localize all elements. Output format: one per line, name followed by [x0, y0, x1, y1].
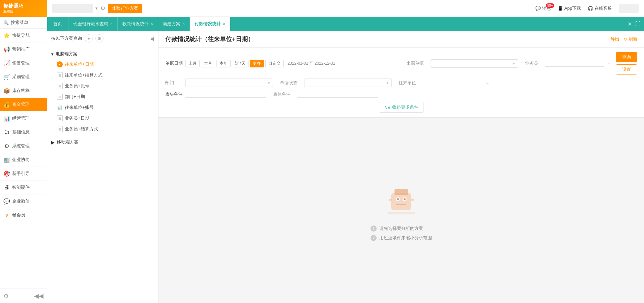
- scheme-item-salesman-settle[interactable]: ⊞ 业务员+结算方式: [47, 124, 158, 134]
- collapse-more-btn[interactable]: ∧∧ 收起更多条件: [379, 102, 423, 113]
- tab-home[interactable]: 首页: [47, 17, 68, 31]
- receipt-status-arrow-icon: ▾: [386, 80, 389, 85]
- sidebar-item-vip[interactable]: V 畅会员: [0, 208, 47, 222]
- topbar-gear-icon[interactable]: ⚙: [100, 5, 105, 11]
- empty-tip-1: 1 请先选择要分析的方案: [371, 225, 432, 232]
- dept-select[interactable]: ▾: [185, 79, 273, 87]
- empty-illustration: [381, 180, 421, 220]
- topbar-left: ▾ ⚙ 体验行业方案: [52, 4, 535, 13]
- partner-dots-btn[interactable]: ···: [486, 80, 490, 86]
- empty-tip-2: 2 用过滤条件来缩小分析范围: [371, 235, 432, 241]
- tab-close-new-scheme[interactable]: ×: [182, 22, 185, 26]
- refresh-icon: ↻: [623, 37, 627, 42]
- tab-payments[interactable]: 付款情况统计 ×: [190, 17, 230, 31]
- svg-rect-0: [391, 193, 411, 210]
- purchase-icon: 🛒: [3, 73, 10, 80]
- sidebar-header: 畅捷通巧 标准版: [0, 0, 47, 17]
- sidebar-item-enterprise[interactable]: 🏢 企业协同: [0, 153, 47, 167]
- more-btn[interactable]: 更多: [250, 60, 264, 67]
- last-month-btn[interactable]: 上月: [185, 60, 200, 67]
- salesman-input[interactable]: [545, 60, 604, 67]
- scheme-item-partner-account[interactable]: 📊 往来单位+账号: [47, 102, 158, 113]
- sidebar-item-finance[interactable]: 💰 资金管理: [0, 98, 47, 112]
- this-month-btn[interactable]: 本月: [201, 60, 215, 67]
- filter-actions: 查询 设置: [616, 52, 637, 74]
- expand-btn[interactable]: ⛶: [635, 21, 641, 27]
- svg-rect-9: [388, 212, 415, 214]
- tab-new-scheme[interactable]: 新建方案 ×: [158, 17, 190, 31]
- close-all-tabs-btn[interactable]: ✕: [627, 21, 632, 27]
- last-7days-btn[interactable]: 近7天: [232, 60, 248, 67]
- export-icon: ↑: [607, 37, 610, 42]
- filter-row-1: 单据日期 上月 本月 本年 近7天 更多 自定义 2022-01-01 至 20…: [165, 52, 637, 74]
- message-icon: 💬: [535, 6, 541, 11]
- tab-receipts[interactable]: 收款情况统计 ×: [118, 17, 158, 31]
- svg-rect-6: [396, 204, 406, 205]
- scheme-grid-icon4: ⊞: [57, 115, 63, 121]
- sidebar-item-quick-nav[interactable]: ⭐ 快捷导航: [0, 29, 47, 42]
- star-icon: ⭐: [3, 32, 10, 39]
- body-note-input[interactable]: [297, 91, 378, 98]
- add-scheme-btn[interactable]: +: [85, 34, 93, 42]
- filter-row-3: 表头备注 表体备注: [165, 91, 637, 98]
- desktop-group-header[interactable]: ▾ 电脑端方案: [47, 49, 158, 59]
- tab-cash-flow[interactable]: 现金银行流水查询 ×: [68, 17, 118, 31]
- custom-btn[interactable]: 自定义: [265, 60, 284, 67]
- tip-num-2: 2: [371, 235, 377, 241]
- search-icon: 🔍: [3, 20, 9, 25]
- trial-btn[interactable]: 体验行业方案: [108, 4, 142, 13]
- mobile-group-header[interactable]: ▶ 移动端方案: [47, 137, 158, 147]
- page-actions: ↑ 导出 ↻ 刷新: [607, 36, 638, 42]
- sidebar-item-system[interactable]: ⚙ 系统管理: [0, 139, 47, 153]
- sidebar-item-search[interactable]: 🔍 搜索菜单: [0, 17, 47, 29]
- sidebar-item-guide[interactable]: 🎯 新手引导: [0, 167, 47, 181]
- sidebar-footer: ⚙ ◀◀: [0, 289, 47, 303]
- sidebar-item-purchase[interactable]: 🛒 采购管理: [0, 70, 47, 84]
- filter-row-2: 部门 ▾ 单据状态 ▾ 往来单位 ···: [165, 79, 637, 87]
- partner-input[interactable]: [423, 80, 482, 86]
- tab-close-cash-flow[interactable]: ×: [110, 22, 113, 26]
- tab-close-receipts[interactable]: ×: [151, 22, 153, 26]
- scheme-item-salesman-date[interactable]: ⊞ 业务员+日期: [47, 113, 158, 124]
- scheme-item-partner-date[interactable]: ● 往来单位+日期: [47, 59, 158, 70]
- sidebar-item-sales[interactable]: 📈 销售管理: [0, 56, 47, 70]
- dept-arrow-icon: ▾: [268, 80, 270, 85]
- page-header: 付款情况统计（往来单位+日期） ↑ 导出 ↻ 刷新: [158, 31, 644, 48]
- salesman-dots-btn[interactable]: ···: [608, 61, 612, 66]
- sidebar-item-wechat[interactable]: 💬 企业微信: [0, 194, 47, 208]
- panel-collapse-btn[interactable]: ◀: [150, 35, 154, 42]
- scheme-item-salesman-account[interactable]: ⊞ 业务员+账号: [47, 81, 158, 91]
- operations-icon: 📊: [3, 115, 10, 122]
- vip-icon: V: [3, 212, 10, 218]
- source-label: 来源单据: [406, 60, 424, 66]
- online-service-btn[interactable]: 🎧 在线客服: [588, 5, 612, 11]
- company-dropdown-arrow[interactable]: ▾: [95, 6, 98, 11]
- sidebar-item-marketing[interactable]: 📢 营销推广: [0, 42, 47, 56]
- messages-btn[interactable]: 💬 消息 99+: [535, 5, 551, 11]
- scheme-grid-icon5: ⊞: [57, 126, 63, 132]
- tab-close-payments[interactable]: ×: [223, 22, 225, 26]
- sidebar-item-inventory[interactable]: 📦 库存核算: [0, 84, 47, 98]
- this-year-btn[interactable]: 本年: [216, 60, 231, 67]
- scheme-bar-icon: 📊: [57, 104, 63, 111]
- query-btn[interactable]: 查询: [616, 52, 637, 62]
- scheme-item-partner-settle[interactable]: ⊞ 往来单位+结算方式: [47, 70, 158, 81]
- sidebar-item-basic-info[interactable]: 🗂 基础信息: [0, 125, 47, 139]
- collapse-up-icon: ∧∧: [384, 105, 391, 110]
- export-btn[interactable]: ↑ 导出: [607, 36, 620, 42]
- collapse-sidebar-btn[interactable]: ◀◀: [34, 292, 43, 300]
- refresh-btn[interactable]: ↻ 刷新: [623, 36, 637, 42]
- receipt-status-select[interactable]: ▾: [304, 79, 392, 87]
- scheme-item-dept-date[interactable]: ⊞ 部门+日期: [47, 91, 158, 102]
- tip-num-1: 1: [371, 225, 377, 232]
- settings-footer-btn[interactable]: ⚙: [3, 292, 9, 300]
- setting-btn[interactable]: 设置: [616, 64, 637, 74]
- user-avatar[interactable]: [619, 4, 639, 13]
- sidebar-item-operations[interactable]: 📊 经营管理: [0, 112, 47, 125]
- sidebar-item-hardware[interactable]: 🖨 智能硬件: [0, 181, 47, 194]
- source-select[interactable]: ▾: [431, 59, 518, 68]
- scheme-settings-btn[interactable]: ⚙: [95, 34, 104, 42]
- download-icon: 📱: [558, 6, 563, 11]
- header-note-input[interactable]: [185, 91, 266, 98]
- app-download-btn[interactable]: 📱 App下载: [558, 5, 581, 11]
